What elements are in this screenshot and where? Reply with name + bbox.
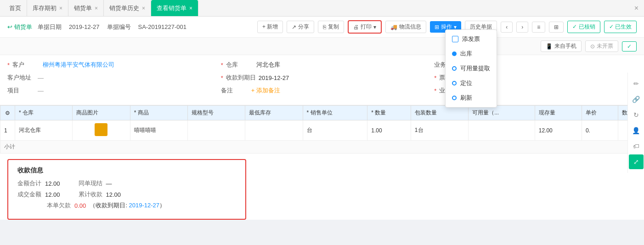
- prev-button[interactable]: ‹: [501, 22, 513, 33]
- verified-status-button[interactable]: ✓ 已核销: [567, 21, 600, 33]
- sidebar-user-icon[interactable]: 👤: [629, 123, 644, 138]
- payment-row-2: 成交金额 12.00 累计收款 12.00: [17, 190, 236, 199]
- add-invoice-label: 添发票: [462, 35, 480, 43]
- locate-label: 定位: [460, 79, 472, 87]
- outbound-item[interactable]: 出库: [446, 46, 497, 61]
- circle-icon: ⊙: [590, 43, 595, 50]
- grid-view-icon: ⊞: [554, 24, 559, 30]
- doc-type-label: 销货单: [14, 23, 32, 31]
- check-icon2: ✓: [609, 23, 614, 30]
- same-order-value: —: [106, 180, 112, 187]
- not-open-ticket-button[interactable]: ⊙ 未开票: [585, 40, 618, 52]
- add-note-button[interactable]: + 添加备注: [251, 86, 280, 95]
- print-button[interactable]: 🖨 打印 ▾: [348, 20, 382, 34]
- date-label: 单据日期: [38, 23, 62, 31]
- grid-icon: ⊞: [435, 24, 439, 30]
- sidebar-tag-icon[interactable]: 🏷: [629, 139, 644, 154]
- main-area: ↩ 销货单 单据日期 2019-12-27 单据编号 SA-20191227-0…: [0, 17, 644, 220]
- effective-status-button[interactable]: ✓ 已生效: [604, 21, 637, 33]
- col-product: * 商品: [130, 106, 187, 120]
- sidebar-edit-icon[interactable]: ✏: [629, 76, 644, 91]
- customer-field: * 客户 柳州粤港平安气体有限公司: [7, 61, 210, 69]
- tab-sales-history[interactable]: 销货单历史 ×: [104, 0, 151, 16]
- refresh-icon: [452, 96, 457, 100]
- this-owe-item: 本单欠款 0.00 （收款到期日: 2019-12-27）: [17, 201, 165, 210]
- doc-no-label: 单据编号: [107, 23, 131, 31]
- available-qty-label: 可用量提取: [460, 64, 490, 73]
- close-tab-inventory[interactable]: ×: [59, 5, 62, 11]
- close-tab-view-sales[interactable]: ×: [189, 5, 192, 11]
- form-row-2: 客户地址 — * 收款到期日 2019-12-27 * 票据类型 不开票: [7, 74, 637, 82]
- confirm-button[interactable]: ✓: [622, 41, 637, 51]
- available-qty-item[interactable]: 可用量提取: [446, 61, 497, 76]
- col-available: 可用量（...: [469, 106, 535, 120]
- list-view-icon: ≡: [537, 24, 540, 30]
- sidebar-expand-icon[interactable]: ⤢: [629, 154, 644, 169]
- copy-button[interactable]: ⎘ 复制: [318, 21, 344, 33]
- form-row-1: * 客户 柳州粤港平安气体有限公司 * 仓库 河北仓库 业务员 演示账号: [7, 61, 637, 69]
- locate-icon: [452, 81, 457, 85]
- cumulative-label: 累计收款: [79, 190, 102, 199]
- tab-inventory[interactable]: 库存期初 ×: [27, 0, 68, 16]
- due-note: （收款到期日: 2019-12-27）: [90, 201, 165, 210]
- confirm-icon: ✓: [627, 43, 632, 50]
- outbound-label: 出库: [460, 50, 472, 58]
- customer-value[interactable]: 柳州粤港平安气体有限公司: [43, 61, 114, 69]
- tab-home[interactable]: 首页: [4, 0, 27, 16]
- payment-info-box: 收款信息 金额合计 12.00 同单现结 — 成交金额 12.00 累计收款 1…: [7, 159, 246, 220]
- row-min-stock: [245, 120, 303, 141]
- table-head: ⚙ * 仓库 商品图片 * 商品 规格型号 最低库存 * 销售单位 * 数量 包…: [0, 106, 644, 120]
- close-window-icon[interactable]: ×: [634, 4, 638, 12]
- phone-icon: 📱: [546, 43, 553, 50]
- payment-row-1: 金额合计 12.00 同单现结 —: [17, 179, 236, 188]
- col-image: 商品图片: [73, 106, 130, 120]
- trade-amount-value: 12.00: [45, 191, 60, 198]
- sidebar-rotate-icon[interactable]: ↻: [629, 108, 644, 122]
- grid-view-button[interactable]: ⊞: [549, 22, 564, 33]
- logistics-button[interactable]: 🚚 物流信息: [385, 21, 426, 33]
- print-dropdown-arrow: ▾: [373, 24, 376, 30]
- col-pack-qty: 包装数量: [411, 106, 468, 120]
- project-value: —: [38, 87, 44, 94]
- address-value: —: [38, 74, 44, 81]
- project-field: 项目 —: [7, 86, 210, 95]
- tab-view-sales[interactable]: 查看销货单 ×: [151, 0, 198, 16]
- row-unit: 台: [303, 120, 367, 141]
- date-value: 2019-12-27: [69, 23, 100, 30]
- address-field: 客户地址 —: [7, 74, 210, 82]
- doc-header: ↩ 销货单 单据日期 2019-12-27 单据编号 SA-20191227-0…: [0, 17, 644, 38]
- close-tab-sales[interactable]: ×: [95, 5, 98, 11]
- same-order-item: 同单现结 —: [79, 179, 112, 188]
- row-available: [469, 120, 535, 141]
- sidebar-link-icon[interactable]: 🔗: [629, 92, 644, 107]
- refresh-item[interactable]: 刷新: [446, 91, 497, 105]
- operation-dropdown: 添发票 出库 可用量提取 定位 刷新: [445, 29, 497, 108]
- list-view-button[interactable]: ≡: [532, 22, 545, 33]
- add-invoice-item[interactable]: 添发票: [446, 32, 497, 46]
- from-phone-button[interactable]: 📱 来自手机: [541, 40, 582, 52]
- next-button[interactable]: ›: [516, 22, 528, 33]
- amount-total-value: 12.00: [45, 180, 60, 187]
- new-button[interactable]: + 新增: [257, 21, 283, 33]
- add-invoice-icon: [452, 36, 458, 42]
- close-tab-sales-history[interactable]: ×: [142, 5, 145, 11]
- due-date-field: * 收款到期日 2019-12-27: [221, 74, 424, 82]
- refresh-label: 刷新: [460, 94, 472, 102]
- cumulative-item: 累计收款 12.00: [79, 190, 121, 199]
- row-price: 0.: [582, 120, 618, 141]
- doc-info: 单据日期 2019-12-27 单据编号 SA-20191227-001: [38, 23, 186, 31]
- share-button[interactable]: ↗ 分享: [287, 21, 314, 33]
- outbound-icon: [452, 51, 457, 56]
- payment-row-3: 本单欠款 0.00 （收款到期日: 2019-12-27）: [17, 201, 236, 210]
- row-no: 1: [0, 120, 15, 141]
- products-table-wrapper: ⚙ * 仓库 商品图片 * 商品 规格型号 最低库存 * 销售单位 * 数量 包…: [0, 105, 644, 154]
- locate-item[interactable]: 定位: [446, 76, 497, 91]
- doc-icon: ↩ 销货单: [7, 23, 32, 31]
- amount-total-label: 金额合计: [17, 179, 41, 188]
- print-icon: 🖨: [353, 24, 359, 30]
- right-sidebar: ✏ 🔗 ↻ 👤 🏷 ⤢: [627, 73, 644, 173]
- copy-icon: ⎘: [323, 24, 326, 30]
- amount-total-item: 金额合计 12.00: [17, 179, 60, 188]
- tab-sales[interactable]: 销货单 ×: [68, 0, 104, 16]
- row-pack-qty: 1台: [411, 120, 468, 141]
